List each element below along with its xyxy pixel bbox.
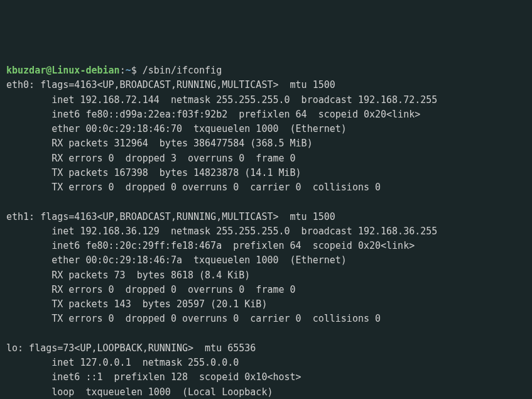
command-text: /sbin/ifconfig <box>143 65 222 76</box>
terminal-output[interactable]: kbuzdar@Linux-debian:~$ /sbin/ifconfig e… <box>6 63 526 399</box>
prompt-dollar: $ <box>131 65 143 76</box>
prompt-user-host: kbuzdar@Linux-debian <box>6 65 120 76</box>
prompt-path: ~ <box>126 65 131 76</box>
prompt-colon: : <box>120 65 126 76</box>
ifconfig-output: eth0: flags=4163<UP,BROADCAST,RUNNING,MU… <box>6 78 526 399</box>
prompt-line: kbuzdar@Linux-debian:~$ /sbin/ifconfig <box>6 65 222 76</box>
